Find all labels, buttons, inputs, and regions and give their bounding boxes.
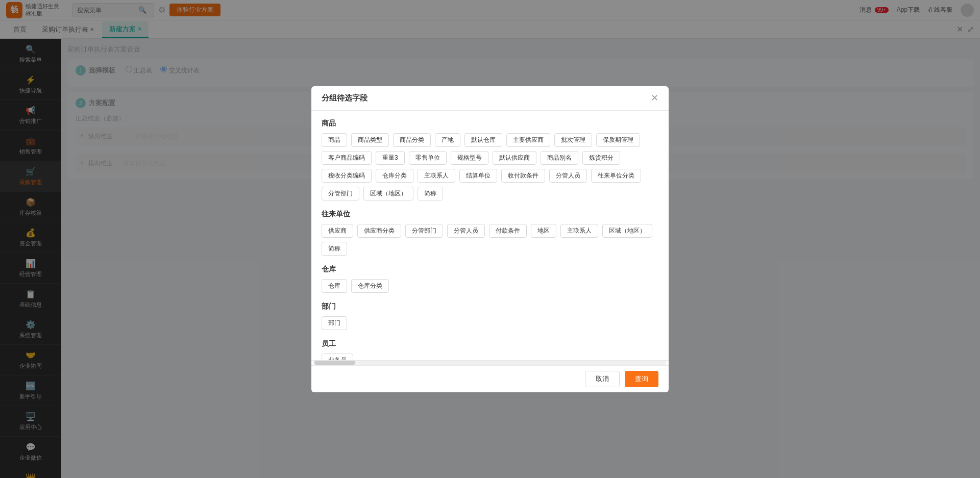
chip-retail-unit[interactable]: 零售单位 bbox=[409, 151, 447, 165]
chip-customer-code[interactable]: 客户商品编码 bbox=[322, 151, 372, 165]
chip-shelf-life[interactable]: 保质期管理 bbox=[596, 133, 640, 147]
chip-settlement-unit[interactable]: 结算单位 bbox=[459, 169, 497, 183]
section-dept: 部门 部门 bbox=[322, 302, 658, 330]
chip-goods-alias[interactable]: 商品别名 bbox=[541, 151, 578, 165]
cancel-button[interactable]: 取消 bbox=[585, 371, 620, 387]
chip-warehouse-type[interactable]: 仓库分类 bbox=[351, 279, 389, 293]
chip-region2[interactable]: 区域（地区） bbox=[602, 224, 652, 238]
chip-main-contact2[interactable]: 主联系人 bbox=[560, 224, 598, 238]
section-goods: 商品 商品 商品类型 商品分类 产地 默认仓库 主要供应商 批次管理 保质期管理… bbox=[322, 119, 658, 200]
chip-spec-model[interactable]: 规格型号 bbox=[451, 151, 488, 165]
dept-chips: 部门 bbox=[322, 316, 658, 330]
chip-supervisor[interactable]: 分管人员 bbox=[549, 169, 587, 183]
chip-weight[interactable]: 重量3 bbox=[376, 151, 405, 165]
modal-hscroll[interactable] bbox=[311, 360, 669, 365]
chip-tax-code[interactable]: 税收分类编码 bbox=[322, 169, 372, 183]
chip-supplier-category[interactable]: 供应商分类 bbox=[357, 224, 401, 238]
chip-abbr[interactable]: 简称 bbox=[322, 242, 347, 256]
chip-region[interactable]: 区域（地区） bbox=[363, 187, 413, 200]
section-partner-title: 往来单位 bbox=[322, 210, 658, 219]
chip-warehouse[interactable]: 仓库 bbox=[322, 279, 347, 293]
section-dept-title: 部门 bbox=[322, 302, 658, 311]
chip-area[interactable]: 地区 bbox=[531, 224, 556, 238]
chip-supplier[interactable]: 供应商 bbox=[322, 224, 353, 238]
goods-chips: 商品 商品类型 商品分类 产地 默认仓库 主要供应商 批次管理 保质期管理 客户… bbox=[322, 133, 658, 200]
chip-goods[interactable]: 商品 bbox=[322, 133, 347, 147]
modal-footer: 取消 查询 bbox=[311, 365, 669, 392]
section-warehouse-title: 仓库 bbox=[322, 265, 658, 274]
chip-person[interactable]: 分管人员 bbox=[447, 224, 485, 238]
chip-main-contact[interactable]: 主联系人 bbox=[418, 169, 455, 183]
chip-payment-terms[interactable]: 收付款条件 bbox=[501, 169, 545, 183]
partner-chips: 供应商 供应商分类 分管部门 分管人员 付款条件 地区 主联系人 区域（地区） … bbox=[322, 224, 658, 256]
modal-overlay: 分组待选字段 ✕ 商品 商品 商品类型 商品分类 产地 默认仓库 主要供应商 批… bbox=[0, 0, 980, 478]
chip-dept-mgmt[interactable]: 分管部门 bbox=[322, 187, 359, 200]
chip-payment-cond[interactable]: 付款条件 bbox=[489, 224, 527, 238]
chip-default-warehouse[interactable]: 默认仓库 bbox=[464, 133, 502, 147]
chip-salesman[interactable]: 业务员 bbox=[322, 354, 353, 361]
chip-goods-category[interactable]: 商品分类 bbox=[393, 133, 431, 147]
section-employee: 员工 业务员 bbox=[322, 339, 658, 361]
hscroll-thumb[interactable] bbox=[314, 361, 355, 365]
field-selection-modal: 分组待选字段 ✕ 商品 商品 商品类型 商品分类 产地 默认仓库 主要供应商 批… bbox=[311, 86, 669, 392]
chip-polish-score[interactable]: 炼货积分 bbox=[582, 151, 620, 165]
chip-goods-type[interactable]: 商品类型 bbox=[351, 133, 389, 147]
modal-body: 商品 商品 商品类型 商品分类 产地 默认仓库 主要供应商 批次管理 保质期管理… bbox=[311, 111, 669, 361]
confirm-button[interactable]: 查询 bbox=[625, 371, 658, 387]
chip-main-supplier[interactable]: 主要供应商 bbox=[506, 133, 550, 147]
chip-batch-mgmt[interactable]: 批次管理 bbox=[554, 133, 592, 147]
modal-title: 分组待选字段 bbox=[322, 93, 368, 103]
section-goods-title: 商品 bbox=[322, 119, 658, 128]
modal-header: 分组待选字段 ✕ bbox=[311, 86, 669, 111]
chip-origin[interactable]: 产地 bbox=[435, 133, 460, 147]
chip-partner-category[interactable]: 往来单位分类 bbox=[591, 169, 641, 183]
chip-default-supplier[interactable]: 默认供应商 bbox=[493, 151, 536, 165]
chip-warehouse-category[interactable]: 仓库分类 bbox=[376, 169, 413, 183]
section-partner: 往来单位 供应商 供应商分类 分管部门 分管人员 付款条件 地区 主联系人 区域… bbox=[322, 210, 658, 256]
section-warehouse: 仓库 仓库 仓库分类 bbox=[322, 265, 658, 293]
section-employee-title: 员工 bbox=[322, 339, 658, 348]
employee-chips: 业务员 bbox=[322, 354, 658, 361]
chip-dept[interactable]: 分管部门 bbox=[405, 224, 443, 238]
chip-short-name[interactable]: 简称 bbox=[418, 187, 443, 200]
chip-department[interactable]: 部门 bbox=[322, 316, 347, 330]
modal-close-btn[interactable]: ✕ bbox=[651, 93, 658, 103]
warehouse-chips: 仓库 仓库分类 bbox=[322, 279, 658, 293]
